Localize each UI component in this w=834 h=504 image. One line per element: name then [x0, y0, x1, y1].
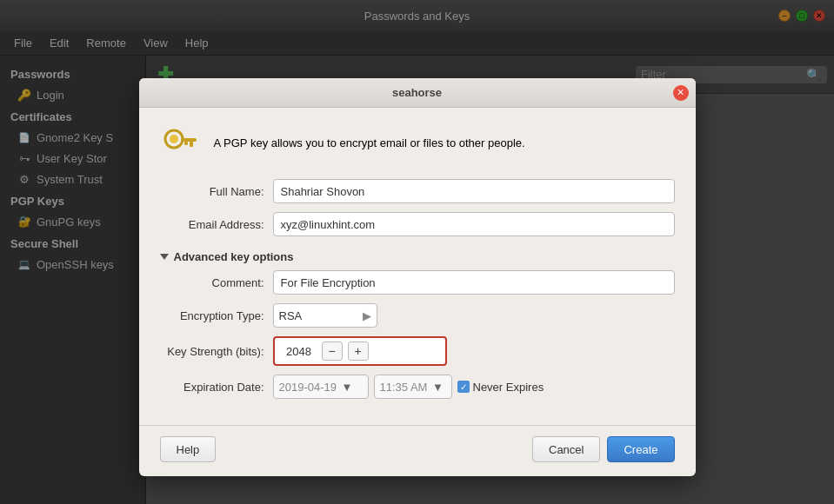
enc-type-value: RSA: [279, 309, 303, 322]
comment-label: Comment:: [160, 276, 273, 289]
key-strength-value: 2048: [282, 345, 317, 358]
date-value: 2019-04-19: [279, 381, 337, 394]
advanced-label: Advanced key options: [174, 250, 294, 263]
expiration-row: Expiration Date: 2019-04-19 ▼ 11:35 AM ▼…: [160, 375, 675, 399]
email-label: Email Address:: [160, 218, 273, 231]
exp-date-label: Expiration Date:: [160, 381, 273, 394]
enc-type-row: Encryption Type: RSA ▶: [160, 303, 675, 328]
comment-row: Comment:: [160, 270, 675, 295]
dialog-intro-text: A PGP key allows you to encrypt email or…: [214, 136, 525, 149]
key-strength-row: Key Strength (bits): 2048 − +: [160, 336, 675, 366]
dialog-title: seahorse: [392, 86, 442, 99]
dialog-body: A PGP key allows you to encrypt email or…: [139, 108, 696, 425]
date-picker[interactable]: 2019-04-19 ▼: [273, 375, 369, 399]
enc-type-label: Encryption Type:: [160, 309, 273, 322]
svg-rect-3: [190, 142, 193, 147]
pgp-key-icon: [160, 122, 202, 163]
fullname-input[interactable]: [273, 179, 675, 203]
never-expires-checkbox[interactable]: ✓: [457, 381, 470, 393]
advanced-toggle[interactable]: Advanced key options: [160, 245, 675, 270]
help-button[interactable]: Help: [160, 436, 217, 462]
dialog-footer: Help Cancel Create: [139, 425, 696, 476]
enc-arrow-icon: ▶: [363, 309, 371, 322]
fullname-row: Full Name:: [160, 179, 675, 203]
stepper-minus-button[interactable]: −: [322, 342, 343, 361]
time-picker[interactable]: 11:35 AM ▼: [374, 375, 452, 399]
fullname-label: Full Name:: [160, 185, 273, 198]
key-strength-label: Key Strength (bits):: [160, 345, 273, 358]
dialog-overlay: seahorse ✕ A PGP k: [0, 0, 834, 504]
main-window: Passwords and Keys – □ ✕ File Edit Remot…: [0, 0, 834, 504]
create-button[interactable]: Create: [607, 436, 674, 462]
email-row: Email Address:: [160, 212, 675, 236]
email-input[interactable]: [273, 212, 675, 236]
svg-point-1: [170, 135, 178, 143]
stepper-plus-button[interactable]: +: [348, 342, 369, 361]
enc-type-select[interactable]: RSA ▶: [273, 303, 377, 328]
time-value: 11:35 AM: [380, 381, 428, 394]
svg-rect-4: [184, 142, 188, 145]
never-expires-label: Never Expires: [473, 381, 544, 394]
cancel-button[interactable]: Cancel: [532, 436, 600, 462]
dialog-titlebar: seahorse ✕: [139, 78, 696, 108]
time-dropdown-icon: ▼: [430, 380, 444, 394]
never-expires-control[interactable]: ✓ Never Expires: [457, 381, 544, 394]
dialog-intro: A PGP key allows you to encrypt email or…: [160, 122, 675, 163]
date-dropdown-icon: ▼: [340, 380, 354, 394]
key-strength-control: 2048 − +: [273, 336, 447, 366]
expiration-controls: 2019-04-19 ▼ 11:35 AM ▼ ✓ Never Expires: [273, 375, 675, 399]
triangle-down-icon: [160, 254, 169, 260]
comment-input[interactable]: [273, 270, 675, 295]
dialog-action-buttons: Cancel Create: [532, 436, 675, 462]
dialog-close-button[interactable]: ✕: [673, 85, 689, 101]
seahorse-dialog: seahorse ✕ A PGP k: [139, 78, 696, 476]
